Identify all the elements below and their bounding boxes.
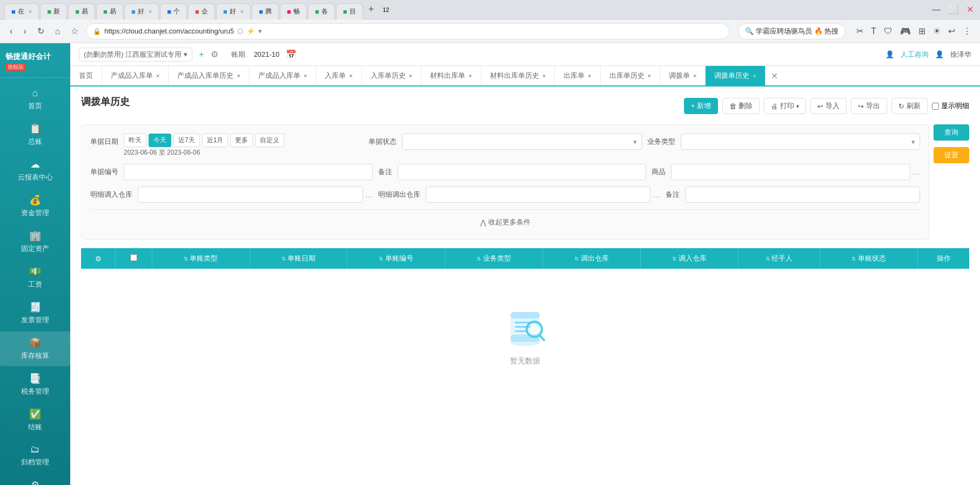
page-tab-8[interactable]: 出库单 ×: [555, 66, 600, 86]
sidebar-item-home[interactable]: ⌂ 首页: [0, 82, 70, 116]
th-in-warehouse[interactable]: ⇅ 调入仓库: [640, 248, 738, 269]
show-cols-toggle[interactable]: 显示明细: [932, 101, 969, 111]
th-out-warehouse[interactable]: ⇅ 调出仓库: [543, 248, 641, 269]
browser-tab-4[interactable]: ■ 好 ×: [124, 3, 159, 19]
close-all-tabs-button[interactable]: ✕: [766, 71, 783, 81]
sidebar-item-close[interactable]: ✅ 结账: [0, 403, 70, 437]
sidebar-item-tax[interactable]: 📑 税务管理: [0, 367, 70, 402]
service-label[interactable]: 人工咨询: [901, 50, 929, 59]
type-select[interactable]: ▾: [681, 134, 920, 150]
sidebar-item-settings[interactable]: ⚙ 基础设置: [0, 474, 70, 485]
browser-tab-3[interactable]: ■ 易: [96, 3, 123, 19]
refresh-button[interactable]: ↻ 刷新: [891, 98, 928, 114]
page-tab-9[interactable]: 出库单历史 ×: [601, 66, 660, 86]
th-doc-number[interactable]: ⇅ 单账编号: [347, 248, 445, 269]
sidebar-item-assets[interactable]: 🏢 固定资产: [0, 224, 70, 259]
page-tab-close-10[interactable]: ×: [693, 72, 696, 79]
remark2-input[interactable]: [685, 187, 920, 203]
yesterday-btn[interactable]: 昨天: [124, 134, 146, 147]
page-tab-close-8[interactable]: ×: [588, 72, 591, 79]
browser-tab-0[interactable]: ■ 在 ×: [4, 3, 39, 19]
page-tab-1[interactable]: 产成品入库单 ×: [102, 66, 169, 86]
collapse-button[interactable]: ⋀ 收起更多条件: [90, 214, 920, 230]
address-bar[interactable]: 🔒 https://cloud.chanjet.com/accounting/u…: [86, 23, 729, 39]
org-settings-button[interactable]: ⚙: [211, 49, 218, 59]
remark-input[interactable]: [398, 164, 647, 180]
grid-button[interactable]: ⊞: [916, 24, 928, 38]
sidebar-item-invoice[interactable]: 🧾 发票管理: [0, 296, 70, 330]
browser-tab-1[interactable]: ■ 新: [40, 3, 67, 19]
set-button[interactable]: 设置: [934, 147, 969, 163]
th-biz-type[interactable]: ⇅ 业务类型: [445, 248, 543, 269]
tab-close-0[interactable]: ×: [29, 8, 32, 15]
calendar-icon[interactable]: 📅: [286, 49, 297, 59]
export-button[interactable]: ↪ 导出: [851, 98, 887, 114]
sidebar-item-salary[interactable]: 💵 工资: [0, 260, 70, 295]
th-doc-status[interactable]: ⇅ 单账状态: [820, 248, 918, 269]
tab-close-7[interactable]: ×: [240, 8, 244, 15]
show-cols-checkbox[interactable]: [932, 103, 939, 110]
goods-dots[interactable]: …: [912, 168, 920, 176]
th-checkbox[interactable]: [116, 248, 152, 269]
status-select[interactable]: ▾: [402, 134, 641, 150]
scissors-button[interactable]: ✂: [854, 24, 865, 38]
page-tab-5[interactable]: 入库单历史 ×: [362, 66, 421, 86]
page-tab-close-7[interactable]: ×: [542, 72, 546, 79]
number-input[interactable]: [124, 164, 373, 180]
browser-tab-10[interactable]: ■ 各: [308, 3, 335, 19]
shield-button[interactable]: 🛡: [882, 24, 895, 38]
th-gear[interactable]: ⚙: [81, 248, 116, 269]
more-btn[interactable]: 更多: [230, 134, 253, 147]
select-all-checkbox[interactable]: [130, 254, 137, 261]
th-doc-type[interactable]: ⇅ 单账类型: [152, 248, 250, 269]
browser-tab-5[interactable]: ■ 个: [160, 3, 187, 19]
in-warehouse-dots[interactable]: …: [365, 190, 373, 199]
page-tab-6[interactable]: 材料出库单 ×: [421, 66, 481, 86]
print-button[interactable]: 🖨 打印 ▾: [764, 98, 806, 114]
org-selector[interactable]: (勿删勿禁用) 江西服宝测试专用 ▾: [79, 48, 192, 62]
add-org-button[interactable]: +: [199, 50, 204, 59]
browser-tab-6[interactable]: ■ 企: [188, 3, 215, 19]
back-button[interactable]: ‹: [6, 25, 16, 37]
menu-button[interactable]: ⋮: [961, 24, 974, 38]
7days-btn[interactable]: 近7天: [173, 134, 200, 147]
in-warehouse-input[interactable]: [138, 187, 363, 203]
import-button[interactable]: ↩ 导入: [810, 98, 847, 114]
1month-btn[interactable]: 近1月: [202, 134, 229, 147]
goods-input[interactable]: [671, 164, 910, 180]
page-tab-close-4[interactable]: ×: [349, 72, 352, 79]
page-tab-close-2[interactable]: ×: [237, 72, 240, 79]
browser-tab-2[interactable]: ■ 易: [68, 3, 95, 19]
translate-button[interactable]: T: [869, 24, 878, 38]
table-gear-icon[interactable]: ⚙: [95, 255, 102, 263]
custom-btn[interactable]: 自定义: [255, 134, 284, 147]
page-tab-close-3[interactable]: ×: [304, 72, 307, 79]
delete-button[interactable]: 🗑 删除: [722, 98, 760, 114]
query-button[interactable]: 查询: [934, 124, 969, 141]
page-tab-close-11[interactable]: ×: [753, 72, 756, 79]
forward-button[interactable]: ›: [20, 25, 29, 37]
browser-tab-11[interactable]: ■ 目: [336, 3, 363, 19]
out-warehouse-dots[interactable]: …: [653, 190, 660, 199]
page-tab-2[interactable]: 产成品入库单历史 ×: [169, 66, 249, 86]
sidebar-item-inventory[interactable]: 📦 库存核算: [0, 331, 70, 366]
page-tab-close-9[interactable]: ×: [648, 72, 651, 79]
theme-button[interactable]: ☀: [931, 24, 943, 38]
sidebar-item-archive[interactable]: 🗂 归档管理: [0, 439, 70, 473]
page-tab-home[interactable]: 首页: [70, 66, 102, 86]
page-tab-3[interactable]: 产成品入库单 ×: [250, 66, 316, 86]
sidebar-item-finance[interactable]: 💰 资金管理: [0, 189, 70, 223]
page-tab-7[interactable]: 材料出库单历史 ×: [481, 66, 555, 86]
undo-button[interactable]: ↩: [946, 24, 957, 38]
reload-button[interactable]: ↻: [34, 25, 48, 37]
search-bar[interactable]: 🔍 学霸应聘场驱鸟员 🔥 热搜: [738, 23, 845, 39]
sidebar-item-reports[interactable]: ☁ 云报表中心: [0, 153, 70, 188]
page-tab-11[interactable]: 调拨单历史 ×: [706, 66, 765, 86]
page-tab-close-1[interactable]: ×: [156, 72, 159, 79]
home-button[interactable]: ⌂: [52, 25, 64, 37]
browser-tab-9[interactable]: ■ 畅: [280, 3, 307, 19]
page-tab-4[interactable]: 入库单 ×: [316, 66, 361, 86]
page-tab-close-6[interactable]: ×: [468, 72, 472, 79]
bookmark-button[interactable]: ☆: [68, 25, 82, 37]
sidebar-item-ledger[interactable]: 📋 总账: [0, 117, 70, 152]
